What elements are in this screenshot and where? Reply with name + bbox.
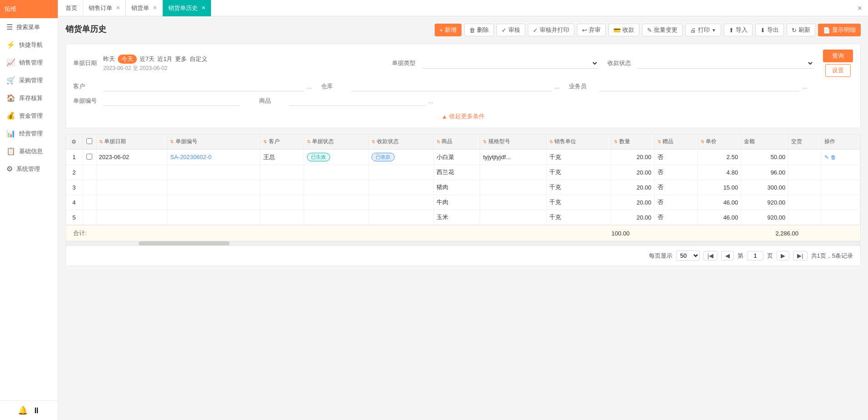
- cell-customer: [261, 195, 304, 210]
- filter-doc-no-input[interactable]: [103, 96, 240, 106]
- col-checkbox[interactable]: [82, 134, 96, 150]
- prev-page-button[interactable]: ◀: [721, 251, 734, 260]
- table-row: 5 玉米 千克 20.00 否 46.00 920.00: [66, 210, 860, 225]
- abandon-button[interactable]: ↩ 弃审: [577, 24, 606, 36]
- cell-checkbox[interactable]: [82, 210, 96, 225]
- tab-sales-goods-label: 销货单: [131, 4, 149, 12]
- filter-payment-status-select[interactable]: [637, 58, 814, 69]
- audit-print-button[interactable]: ✓ 审核并打印: [528, 24, 574, 36]
- export-button[interactable]: ⬇ 导出: [755, 24, 784, 36]
- per-page-label: 每页显示: [649, 252, 672, 260]
- col-customer[interactable]: ⇅ 客户: [261, 134, 304, 150]
- cell-checkbox[interactable]: [82, 165, 96, 180]
- query-button[interactable]: 查询: [823, 50, 853, 62]
- sidebar-item-inventory[interactable]: 🏠 库存核算: [0, 89, 58, 107]
- shortcut-today[interactable]: 今天: [118, 55, 137, 64]
- col-goods[interactable]: ⇅ 商品: [433, 134, 480, 150]
- sys-mgmt-icon: ⚙: [6, 165, 13, 173]
- audit-button[interactable]: ✓ 审核: [497, 24, 525, 36]
- col-unit-price[interactable]: ⇅ 单价: [697, 134, 741, 150]
- footer-quantity-spacer: [100, 230, 602, 237]
- shortcut-1month[interactable]: 近1月: [157, 55, 172, 63]
- sidebar-item-label: 系统管理: [16, 165, 40, 173]
- tab-sales-history[interactable]: 销货单历史 ✕: [163, 0, 211, 16]
- shortcut-7days[interactable]: 近7天: [140, 55, 155, 63]
- last-page-button[interactable]: ▶|: [793, 251, 807, 260]
- cell-doc-no: [167, 210, 261, 225]
- cell-amount: 920.00: [741, 210, 788, 225]
- sidebar-item-finance-mgmt[interactable]: 💰 资金管理: [0, 107, 58, 125]
- collect-button[interactable]: 💳 收款: [608, 24, 639, 36]
- tab-home[interactable]: 首页: [60, 0, 83, 16]
- filter-warehouse-picker[interactable]: ...: [554, 83, 560, 90]
- cell-doc-status: [304, 195, 369, 210]
- sidebar-item-sales-mgmt[interactable]: 📈 销售管理: [0, 54, 58, 71]
- scrollbar-thumb[interactable]: [139, 241, 230, 245]
- col-settings[interactable]: ⚙: [66, 134, 82, 150]
- action-编辑[interactable]: ✎: [824, 154, 829, 160]
- shortcut-yesterday[interactable]: 昨天: [103, 55, 115, 63]
- cell-doc-date: [96, 180, 167, 195]
- close-sales-order-tab[interactable]: ✕: [116, 5, 120, 11]
- cell-payment-status: [369, 195, 434, 210]
- tab-home-label: 首页: [65, 4, 77, 12]
- print-button[interactable]: 🖨 打印 ▼: [685, 24, 721, 36]
- doc-no-link[interactable]: SA-20230602-0: [170, 154, 211, 160]
- current-page-input[interactable]: [747, 251, 763, 260]
- col-doc-status[interactable]: ⇅ 单据状态: [304, 134, 369, 150]
- col-spec[interactable]: ⇅ 规格型号: [480, 134, 546, 150]
- cell-payment-status: [369, 165, 434, 180]
- sidebar-item-ops-mgmt[interactable]: 📊 经营管理: [0, 125, 58, 142]
- batch-change-button[interactable]: ✎ 批量变更: [642, 24, 682, 36]
- add-button[interactable]: + 新增: [435, 24, 462, 36]
- delete-button[interactable]: 🗑 删除: [464, 24, 494, 36]
- filter-customer-input[interactable]: [103, 81, 304, 91]
- col-doc-no[interactable]: ⇅ 单据编号: [167, 134, 261, 150]
- shortcut-custom[interactable]: 自定义: [190, 55, 207, 63]
- pagination: 每页显示 50 100 200 |◀ ◀ 第 页 ▶ ▶| 共1页，5条记录: [66, 245, 860, 265]
- action-删除[interactable]: 🗑: [831, 154, 836, 160]
- filter-goods-input[interactable]: [289, 96, 426, 106]
- cell-checkbox[interactable]: [82, 150, 96, 165]
- close-sales-goods-tab[interactable]: ✕: [153, 5, 157, 11]
- footer-total-label: 合计:: [73, 229, 100, 237]
- next-page-button[interactable]: ▶: [777, 251, 789, 260]
- filter-customer-picker[interactable]: ...: [306, 83, 312, 90]
- first-page-button[interactable]: |◀: [703, 251, 717, 260]
- col-sales-unit[interactable]: ⇅ 销售单位: [546, 134, 611, 150]
- sidebar-item-quick-nav[interactable]: ⚡ 快捷导航: [0, 36, 58, 54]
- filter-salesperson-input[interactable]: [599, 81, 799, 91]
- settings-button[interactable]: 设置: [825, 64, 851, 77]
- close-sales-history-tab[interactable]: ✕: [201, 5, 206, 11]
- col-payment-status[interactable]: ⇅ 收款状态: [369, 134, 434, 150]
- cell-checkbox[interactable]: [82, 195, 96, 210]
- filter-doc-type-select[interactable]: [422, 58, 598, 69]
- refresh-button[interactable]: ↻ 刷新: [787, 24, 815, 36]
- collapse-filter-button[interactable]: ▲ 收起更多条件: [73, 110, 853, 122]
- sidebar-item-search-menu[interactable]: ☰ 搜索菜单: [0, 18, 58, 36]
- filter-warehouse-input[interactable]: [351, 81, 552, 91]
- cell-checkbox[interactable]: [82, 180, 96, 195]
- cell-unit-price: 15.00: [697, 180, 741, 195]
- shortcut-more[interactable]: 更多: [175, 55, 187, 63]
- tab-sales-order[interactable]: 销售订单 ✕: [83, 0, 126, 16]
- tab-sales-goods[interactable]: 销货单 ✕: [126, 0, 163, 16]
- select-all-checkbox[interactable]: [86, 138, 92, 144]
- filter-goods-picker[interactable]: ...: [428, 97, 434, 105]
- col-quantity[interactable]: ⇅ 数量: [611, 134, 654, 150]
- pause-icon[interactable]: ⏸: [32, 406, 40, 415]
- col-doc-date[interactable]: ⇅ 单据日期: [96, 134, 167, 150]
- col-gift[interactable]: ⇅ 赠品: [654, 134, 697, 150]
- per-page-select[interactable]: 50 100 200: [676, 250, 700, 261]
- import-button[interactable]: ⬆ 导入: [724, 24, 753, 36]
- row-checkbox[interactable]: [86, 154, 92, 160]
- export-icon: ⬇: [760, 27, 765, 34]
- tab-close-all-icon[interactable]: ✕: [857, 5, 863, 12]
- show-detail-button[interactable]: 📄 显示明细: [818, 24, 861, 36]
- horizontal-scrollbar[interactable]: [66, 241, 860, 245]
- sidebar-item-basic-info[interactable]: 📋 基础信息: [0, 142, 58, 160]
- notification-icon[interactable]: 🔔: [18, 405, 28, 415]
- filter-salesperson-picker[interactable]: ...: [802, 83, 808, 90]
- sidebar-item-sys-mgmt[interactable]: ⚙ 系统管理: [0, 160, 58, 178]
- sidebar-item-purchase-mgmt[interactable]: 🛒 采购管理: [0, 71, 58, 89]
